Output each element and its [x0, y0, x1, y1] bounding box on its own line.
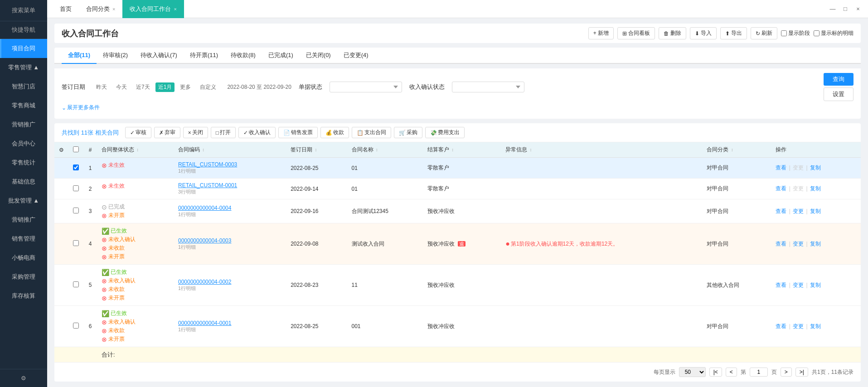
date-today[interactable]: 今天 — [112, 82, 131, 92]
sidebar-item-purchase[interactable]: 采购管理 — [0, 267, 47, 286]
sidebar-item-retail-mgmt[interactable]: 零售管理 ▲ — [0, 58, 47, 77]
action-open-btn[interactable]: □ 打开 — [211, 127, 236, 138]
action-expense-btn[interactable]: 💸 费用支出 — [425, 127, 465, 138]
refresh-button[interactable]: ↻ 刷新 — [751, 27, 777, 39]
date-last7days[interactable]: 近7天 — [132, 82, 154, 92]
action-review-btn[interactable]: ✓ 审核 — [125, 127, 151, 138]
sidebar-item-smart-store[interactable]: 智慧门店 — [0, 77, 47, 96]
action-close-btn[interactable]: × 关闭 — [183, 127, 208, 138]
row4-change-btn[interactable]: 变更 — [793, 241, 804, 247]
export-button[interactable]: ⬆ 导出 — [720, 27, 747, 39]
action-abandon-review-btn[interactable]: ✗ 弃审 — [154, 127, 180, 138]
row4-view-btn[interactable]: 查看 — [776, 241, 786, 247]
sub-tab-changed[interactable]: 已变更(4) — [337, 48, 375, 63]
date-more[interactable]: 更多 — [176, 82, 194, 92]
sub-tab-pending-invoice[interactable]: 待开票(11) — [184, 48, 224, 63]
row1-copy-btn[interactable]: 复制 — [810, 164, 821, 171]
date-yesterday[interactable]: 昨天 — [92, 82, 111, 92]
row2-code-link[interactable]: RETAIL_CUSTOM-0001 — [178, 182, 281, 189]
show-stages-checkbox[interactable]: 显示阶段 — [781, 29, 810, 37]
close-contract-category[interactable]: × — [112, 0, 115, 18]
sub-tab-pending-collection[interactable]: 待收款(8) — [224, 48, 262, 63]
row5-change-btn[interactable]: 变更 — [793, 282, 804, 288]
row4-copy-btn[interactable]: 复制 — [810, 241, 821, 247]
date-last1month[interactable]: 近1月 — [155, 82, 175, 92]
action-purchase-btn[interactable]: 🛒 采购 — [394, 127, 422, 138]
doc-status-select[interactable] — [330, 82, 402, 92]
expand-conditions-btn[interactable]: ⌄ 展开更多条件 — [62, 104, 100, 111]
maximize-btn[interactable]: □ — [841, 5, 850, 14]
sub-tab-closed[interactable]: 已关闭(0) — [300, 48, 337, 63]
sidebar-item-marketing2[interactable]: 营销推广 — [0, 210, 47, 229]
open-icon: □ — [216, 130, 219, 136]
row5-code-link[interactable]: 0000000000004-0002 — [178, 279, 281, 285]
next-page-btn[interactable]: > — [781, 368, 792, 377]
sidebar-item-ecommerce[interactable]: 小畅电商 — [0, 248, 47, 267]
row3-code-link[interactable]: 0000000000004-0004 — [178, 205, 281, 211]
sidebar-item-basic-info[interactable]: 基础信息 — [0, 172, 47, 191]
sidebar-item-retail-mall[interactable]: 零售商城 — [0, 96, 47, 115]
sidebar-item-project-contract[interactable]: 项目合同 — [0, 39, 47, 58]
sidebar-item-member[interactable]: 会员中心 — [0, 134, 47, 153]
row6-copy-btn[interactable]: 复制 — [810, 323, 821, 329]
contract-board-button[interactable]: ⊞ 合同看板 — [617, 27, 655, 39]
sidebar-item-sales[interactable]: 销售管理 — [0, 229, 47, 248]
row1-code-link[interactable]: RETAIL_CUSTOM-0003 — [178, 161, 281, 168]
sub-tab-all[interactable]: 全部(11) — [62, 48, 97, 63]
delete-button[interactable]: 🗑 删除 — [659, 27, 686, 39]
last-page-btn[interactable]: >| — [795, 368, 808, 377]
query-button[interactable]: 查询 — [824, 73, 853, 86]
close-income-contract[interactable]: × — [174, 0, 176, 18]
action-income-confirm-btn[interactable]: ✓ 收入确认 — [238, 127, 276, 138]
row4-check[interactable] — [68, 223, 83, 265]
sub-tab-completed[interactable]: 已完成(1) — [262, 48, 300, 63]
col-check-all[interactable] — [68, 142, 83, 158]
setting-button[interactable]: 设置 — [824, 87, 853, 101]
sidebar-quick-nav[interactable]: 快捷导航 — [0, 21, 47, 39]
sub-tab-pending-review[interactable]: 待审核(2) — [97, 48, 134, 63]
row2-check[interactable] — [68, 179, 83, 199]
import-button[interactable]: ⬇ 导入 — [690, 27, 717, 39]
action-expense-contract-btn[interactable]: 📋 支出合同 — [352, 127, 391, 138]
row6-code-link[interactable]: 0000000000004-0001 — [178, 320, 281, 326]
row2-copy-btn[interactable]: 复制 — [810, 185, 821, 192]
first-page-btn[interactable]: |< — [709, 368, 722, 377]
row5-gear — [54, 265, 68, 306]
page-size-select[interactable]: 50 100 200 — [679, 367, 706, 377]
col-gear[interactable]: ⚙ — [54, 142, 68, 158]
minimize-btn[interactable]: — — [828, 5, 837, 14]
row1-view-btn[interactable]: 查看 — [776, 164, 786, 171]
row3-check[interactable] — [68, 199, 83, 223]
row3-change-btn[interactable]: 变更 — [793, 208, 804, 214]
sidebar-item-inventory[interactable]: 库存核算 — [0, 286, 47, 305]
row3-copy-btn[interactable]: 复制 — [810, 208, 821, 214]
row5-view-btn[interactable]: 查看 — [776, 282, 786, 288]
sidebar-settings[interactable]: ⚙ — [0, 369, 47, 387]
page-input[interactable] — [750, 368, 768, 377]
income-confirm-select[interactable] — [452, 82, 524, 92]
sidebar-item-retail-stats[interactable]: 零售统计 — [0, 153, 47, 172]
row4-code-link[interactable]: 0000000000004-0003 — [178, 237, 281, 244]
row5-copy-btn[interactable]: 复制 — [810, 282, 821, 288]
row6-check[interactable] — [68, 306, 83, 347]
row6-change-btn[interactable]: 变更 — [793, 323, 804, 329]
row5-check[interactable] — [68, 265, 83, 306]
sidebar-item-wholesale[interactable]: 批发管理 ▲ — [0, 191, 47, 210]
row1-check[interactable] — [68, 158, 83, 179]
add-button[interactable]: + 新增 — [588, 27, 614, 39]
sub-tab-pending-income-confirm[interactable]: 待收入确认(7) — [134, 48, 184, 63]
action-collect-btn[interactable]: 💰 收款 — [320, 127, 349, 138]
sidebar-item-marketing[interactable]: 营销推广 — [0, 115, 47, 134]
tab-income-contract[interactable]: 收入合同工作台 × — [122, 0, 184, 18]
date-custom[interactable]: 自定义 — [196, 82, 220, 92]
action-sales-invoice-btn[interactable]: 📄 销售发票 — [278, 127, 318, 138]
row3-view-btn[interactable]: 查看 — [776, 208, 786, 214]
close-btn[interactable]: × — [853, 5, 863, 14]
row2-view-btn[interactable]: 查看 — [776, 185, 786, 192]
prev-page-btn[interactable]: < — [726, 368, 737, 377]
tab-contract-category[interactable]: 合同分类 × — [79, 0, 122, 18]
show-labels-checkbox[interactable]: 显示标的明细 — [814, 29, 853, 37]
row6-view-btn[interactable]: 查看 — [776, 323, 786, 329]
tab-home[interactable]: 首页 — [53, 0, 79, 18]
sidebar-search[interactable]: 搜索菜单 — [0, 0, 47, 21]
